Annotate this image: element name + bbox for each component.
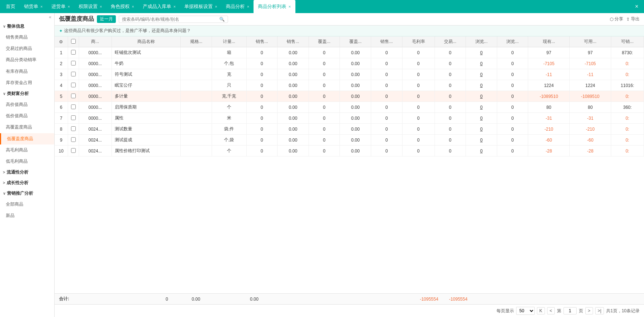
row-name: 旺铺批次测试 xyxy=(111,47,181,58)
nav-item-products[interactable]: 产成品入库单 × xyxy=(138,0,180,13)
row-browse1[interactable]: 0 xyxy=(466,135,497,146)
nav-item-analysis[interactable]: 商品分析 × xyxy=(221,0,254,13)
data-table: ⚙ 商... 商品名称 规格... 计量... 销售... 销售... 覆盖..… xyxy=(55,36,644,156)
th-checkbox[interactable] xyxy=(68,36,79,47)
sidebar-item-high-margin[interactable]: 高毛利商品 xyxy=(0,144,54,156)
sidebar-section-wealth[interactable]: ∨ 类财富分析 xyxy=(0,88,54,99)
nav-close-sales[interactable]: × xyxy=(40,4,43,9)
row-browse1[interactable]: 0 xyxy=(466,69,497,80)
nav-close-products[interactable]: × xyxy=(173,4,176,9)
sidebar-item-new-goods[interactable]: 新品 xyxy=(0,210,54,221)
filter-recent-month[interactable]: 近一月 xyxy=(97,15,116,23)
nav-close-analysis[interactable]: × xyxy=(247,4,249,9)
prev-page-button[interactable]: < xyxy=(547,307,555,314)
row-unit: 个 xyxy=(212,146,246,156)
sidebar-item-low-margin[interactable]: 低毛利商品 xyxy=(0,156,54,167)
sidebar-item-high-coverage[interactable]: 高覆盖度商品 xyxy=(0,122,54,133)
row-current: -11 xyxy=(528,69,570,80)
row-checkbox[interactable] xyxy=(68,91,79,102)
nav-item-analysis-list[interactable]: 商品分析列表 × xyxy=(254,0,295,13)
row-current: 1224 xyxy=(528,80,570,91)
nav-item-purchase[interactable]: 进货单 × xyxy=(47,0,74,13)
row-checkbox[interactable] xyxy=(68,80,79,91)
sidebar-item-sales-goods[interactable]: 销售类商品 xyxy=(0,32,54,43)
row-checkbox[interactable] xyxy=(68,102,79,113)
row-name: 属性 xyxy=(111,113,181,124)
sidebar-item-inventory-funds[interactable]: 库存资金占用 xyxy=(0,77,54,88)
row-trade: 0 xyxy=(435,80,466,91)
row-spec xyxy=(181,69,212,80)
row-checkbox[interactable] xyxy=(68,69,79,80)
row-checkbox[interactable] xyxy=(68,58,79,69)
row-browse1[interactable]: 0 xyxy=(466,113,497,124)
row-no: 4 xyxy=(55,80,68,91)
th-settings[interactable]: ⚙ xyxy=(55,36,68,47)
row-browse2: 0 xyxy=(497,113,528,124)
sidebar-section-marketing[interactable]: ∨ 营销推广分析 xyxy=(0,188,54,199)
footer-sales-qty: 0 xyxy=(152,297,181,302)
sidebar-item-category-rate[interactable]: 商品分类动销率 xyxy=(0,54,54,66)
nav-item-sales[interactable]: 销货单 × xyxy=(20,0,47,13)
last-page-button[interactable]: >| xyxy=(595,307,604,314)
next-page-button[interactable]: > xyxy=(585,307,593,314)
nav-close-templates[interactable]: × xyxy=(215,4,217,9)
sidebar-item-low-value[interactable]: 低价值商品 xyxy=(0,110,54,122)
row-checkbox[interactable] xyxy=(68,146,79,156)
sidebar-item-traded-goods[interactable]: 交易过的商品 xyxy=(0,43,54,54)
first-page-button[interactable]: K xyxy=(537,307,545,314)
search-input[interactable] xyxy=(122,17,219,22)
sidebar-section-overall[interactable]: ∨ 整体信息 xyxy=(0,21,54,32)
row-available: -11 xyxy=(570,69,611,80)
nav-close-permissions[interactable]: × xyxy=(100,4,102,9)
th-browse2: 浏览... xyxy=(497,36,528,47)
row-checkbox[interactable] xyxy=(68,124,79,135)
row-browse1[interactable]: 0 xyxy=(466,80,497,91)
row-browse1[interactable]: 0 xyxy=(466,58,497,69)
export-button[interactable]: ⇪ 导出 xyxy=(626,16,640,22)
row-sellable: 0: xyxy=(611,124,644,135)
section-arrow-circulation: > xyxy=(3,170,5,174)
per-page-select[interactable]: 50 100 200 xyxy=(516,307,535,315)
row-cov1: 0 xyxy=(309,135,340,146)
sidebar-collapse-button[interactable]: « xyxy=(0,13,54,21)
nav-close-purchase[interactable]: × xyxy=(68,4,70,9)
nav-item-templates[interactable]: 单据模板设置 × xyxy=(180,0,221,13)
row-trade: 0 xyxy=(435,124,466,135)
row-cov2: 0.00 xyxy=(340,102,371,113)
nav-item-permissions[interactable]: 权限设置 × xyxy=(74,0,106,13)
nav-item-home[interactable]: 首页 xyxy=(1,0,20,13)
footer-current: -1095554 xyxy=(415,297,444,302)
sidebar-item-high-value[interactable]: 高价值商品 xyxy=(0,99,54,110)
row-browse1[interactable]: 0 xyxy=(466,102,497,113)
row-cov2: 0.00 xyxy=(340,58,371,69)
row-checkbox[interactable] xyxy=(68,135,79,146)
row-browse2: 0 xyxy=(497,47,528,58)
row-sales-rate: 0 xyxy=(371,58,402,69)
row-checkbox[interactable] xyxy=(68,113,79,124)
nav-close-analysis-list[interactable]: × xyxy=(288,4,291,9)
row-cov1: 0 xyxy=(309,47,340,58)
sidebar-item-inventory-goods[interactable]: 有库存商品 xyxy=(0,66,54,77)
row-browse1[interactable]: 0 xyxy=(466,47,497,58)
th-sales-amount: 销售... xyxy=(278,36,309,47)
nav-close-roles[interactable]: × xyxy=(132,4,134,9)
search-icon[interactable]: 🔍 xyxy=(219,17,225,22)
sidebar-section-growth[interactable]: > 成长性分析 xyxy=(0,178,54,188)
section-arrow-growth: > xyxy=(3,181,5,185)
window-close-button[interactable]: × xyxy=(631,0,643,13)
sidebar-section-circulation[interactable]: > 流通性分析 xyxy=(0,167,54,178)
row-browse1[interactable]: 0 xyxy=(466,146,497,156)
row-sales-amount: 0.00 xyxy=(278,124,309,135)
row-checkbox[interactable] xyxy=(68,47,79,58)
sidebar-item-low-coverage[interactable]: 低覆盖度商品 xyxy=(0,133,54,144)
sidebar-item-all-goods[interactable]: 全部商品 xyxy=(0,199,54,210)
row-browse1[interactable]: 0 xyxy=(466,124,497,135)
nav-item-roles[interactable]: 角色授权 × xyxy=(106,0,138,13)
page-input[interactable] xyxy=(564,307,577,314)
row-code: 0024... xyxy=(79,146,111,156)
row-browse1[interactable]: 0 xyxy=(466,91,497,102)
select-all-checkbox[interactable] xyxy=(71,39,76,44)
share-button[interactable]: ⬡ 分享 xyxy=(610,16,623,22)
row-available: -31 xyxy=(570,113,611,124)
row-cov1: 0 xyxy=(309,124,340,135)
